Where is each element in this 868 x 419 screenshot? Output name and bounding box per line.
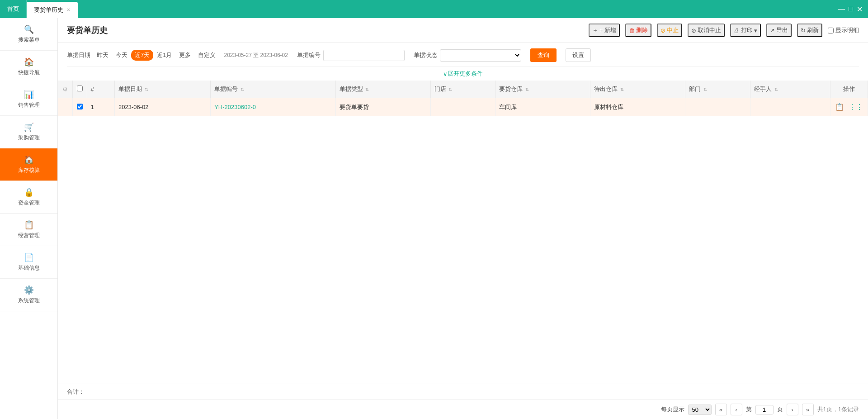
col-handler[interactable]: 经手人 ⇅ xyxy=(750,81,830,98)
filter-area: 单据日期 昨天 今天 近7天 近1月 更多 自定义 2023-05-27 至 2… xyxy=(58,43,868,81)
refresh-button[interactable]: ↻ 刷新 xyxy=(797,24,822,37)
row-action-buttons: 📋 ⋮⋮ xyxy=(834,102,864,112)
display-detail-toggle[interactable]: 显示明细 xyxy=(828,26,859,34)
maximize-icon[interactable]: □ xyxy=(849,5,853,13)
col-store[interactable]: 门店 ⇅ xyxy=(430,81,495,98)
col-doc-number[interactable]: 单据编号 ⇅ xyxy=(211,81,335,98)
sidebar-item-quick-nav-label: 快捷导航 xyxy=(18,69,40,76)
settings-button[interactable]: 设置 xyxy=(566,48,591,62)
row-doc-number[interactable]: YH-20230602-0 xyxy=(211,98,335,116)
new-label: + 新增 xyxy=(599,26,616,34)
row-edit-icon[interactable]: 📋 xyxy=(834,102,845,112)
next-page-button[interactable]: › xyxy=(787,404,798,415)
new-button[interactable]: ＋ + 新增 xyxy=(589,24,620,37)
minimize-icon[interactable]: — xyxy=(838,5,845,13)
date-btn-7days[interactable]: 近7天 xyxy=(131,50,153,61)
tab-bar: 首页 要货单历史 × xyxy=(0,0,78,18)
print-label: 打印 xyxy=(741,26,753,34)
tab-home[interactable]: 首页 xyxy=(0,0,27,18)
sort-department-icon: ⇅ xyxy=(703,87,707,92)
close-window-icon[interactable]: ✕ xyxy=(857,5,863,14)
sidebar: 🔍 搜索菜单 🏠 快捷导航 📊 销售管理 🛒 采购管理 🏠 库存核算 🔒 资金管… xyxy=(0,18,58,419)
stop-label: 中止 xyxy=(667,26,679,34)
sort-doc-number-icon: ⇅ xyxy=(241,87,244,92)
print-dropdown-icon: ▾ xyxy=(754,27,757,34)
sidebar-item-inventory-label: 库存核算 xyxy=(18,167,40,174)
col-doc-date[interactable]: 单据日期 ⇅ xyxy=(115,81,211,98)
col-pending-warehouse[interactable]: 待出仓库 ⇅ xyxy=(590,81,685,98)
export-button[interactable]: ↗ 导出 xyxy=(766,24,792,37)
page-info: 共1页，1条记录 xyxy=(817,405,859,414)
sidebar-item-operations[interactable]: 📋 经营管理 xyxy=(0,214,57,246)
page-size-select[interactable]: 50 10 20 100 xyxy=(688,405,712,415)
col-req-warehouse[interactable]: 要货仓库 ⇅ xyxy=(495,81,590,98)
sidebar-item-system[interactable]: ⚙️ 系统管理 xyxy=(0,279,57,311)
col-index: # xyxy=(87,81,115,98)
window-controls: — □ ✕ xyxy=(838,5,868,14)
date-filter-buttons: 昨天 今天 近7天 近1月 更多 自定义 xyxy=(93,50,219,61)
col-settings[interactable]: ⚙ xyxy=(58,81,72,98)
content-area: 要货单历史 ＋ + 新增 🗑 删除 ⊘ 中止 ⊘ 取消中止 xyxy=(58,18,868,419)
sidebar-item-basic-info[interactable]: 📄 基础信息 xyxy=(0,246,57,279)
row-more-icon[interactable]: ⋮⋮ xyxy=(848,102,864,112)
date-btn-custom[interactable]: 自定义 xyxy=(194,50,219,61)
tab-close-icon[interactable]: × xyxy=(67,7,70,13)
print-button[interactable]: 🖨 打印 ▾ xyxy=(730,24,761,37)
prev-page-button[interactable]: ‹ xyxy=(731,404,742,415)
cancel-stop-button[interactable]: ⊘ 取消中止 xyxy=(688,24,725,37)
main-layout: 🔍 搜索菜单 🏠 快捷导航 📊 销售管理 🛒 采购管理 🏠 库存核算 🔒 资金管… xyxy=(0,18,868,419)
date-btn-today[interactable]: 今天 xyxy=(112,50,131,61)
quick-nav-icon: 🏠 xyxy=(24,57,34,67)
pagination-bar: 每页显示 50 10 20 100 « ‹ 第 页 › » 共1页，1条记录 xyxy=(58,400,868,419)
row-checkbox[interactable] xyxy=(77,104,83,110)
operations-icon: 📋 xyxy=(24,220,34,230)
finance-icon: 🔒 xyxy=(24,187,34,197)
date-btn-more[interactable]: 更多 xyxy=(175,50,194,61)
sidebar-item-sales[interactable]: 📊 销售管理 xyxy=(0,83,57,116)
sort-req-warehouse-icon: ⇅ xyxy=(525,87,529,92)
doc-number-link[interactable]: YH-20230602-0 xyxy=(214,104,256,110)
sidebar-item-finance[interactable]: 🔒 资金管理 xyxy=(0,181,57,214)
doc-status-select[interactable] xyxy=(440,49,521,62)
sidebar-item-basic-info-label: 基础信息 xyxy=(18,264,40,272)
page-actions: ＋ + 新增 🗑 删除 ⊘ 中止 ⊘ 取消中止 🖨 打印 xyxy=(589,24,859,37)
table-wrapper: ⚙ # 单据日期 ⇅ 单据编号 ⇅ xyxy=(58,81,868,384)
display-detail-checkbox[interactable] xyxy=(828,28,834,33)
query-button[interactable]: 查询 xyxy=(530,48,557,62)
date-range-display: 2023-05-27 至 2023-06-02 xyxy=(224,52,288,59)
row-doc-type: 要货单要货 xyxy=(335,98,430,116)
tab-requisition-history[interactable]: 要货单历史 × xyxy=(27,2,78,18)
delete-icon: 🗑 xyxy=(629,27,635,34)
top-bar: 首页 要货单历史 × — □ ✕ xyxy=(0,0,868,18)
sidebar-item-quick-nav[interactable]: 🏠 快捷导航 xyxy=(0,51,57,83)
sales-icon: 📊 xyxy=(24,90,34,100)
select-all-checkbox[interactable] xyxy=(77,86,83,91)
stop-button[interactable]: ⊘ 中止 xyxy=(657,24,682,37)
row-req-warehouse: 车间库 xyxy=(495,98,590,116)
chevron-down-icon: ∨ xyxy=(443,71,448,77)
page-label-before: 第 xyxy=(746,405,752,414)
summary-label: 合计： xyxy=(67,388,85,396)
expand-more-btn[interactable]: ∨ 展开更多条件 xyxy=(67,67,859,81)
system-icon: ⚙️ xyxy=(24,285,34,295)
doc-number-input[interactable] xyxy=(323,50,405,61)
sidebar-item-sales-label: 销售管理 xyxy=(18,101,40,109)
sidebar-item-inventory[interactable]: 🏠 库存核算 xyxy=(0,148,57,181)
date-btn-1month[interactable]: 近1月 xyxy=(153,50,175,61)
sidebar-item-finance-label: 资金管理 xyxy=(18,199,40,207)
sidebar-item-search-menu[interactable]: 🔍 搜索菜单 xyxy=(0,18,57,51)
page-number-input[interactable] xyxy=(755,405,774,414)
col-doc-type[interactable]: 单据类型 ⇅ xyxy=(335,81,430,98)
col-department[interactable]: 部门 ⇅ xyxy=(685,81,750,98)
sidebar-item-purchase[interactable]: 🛒 采购管理 xyxy=(0,116,57,148)
date-btn-yesterday[interactable]: 昨天 xyxy=(93,50,112,61)
inventory-icon: 🏠 xyxy=(24,155,34,165)
last-page-button[interactable]: » xyxy=(802,404,814,415)
stop-icon: ⊘ xyxy=(660,27,665,34)
tab-home-label: 首页 xyxy=(7,5,19,13)
col-operation: 操作 xyxy=(830,81,868,98)
purchase-icon: 🛒 xyxy=(24,122,34,132)
first-page-button[interactable]: « xyxy=(715,404,727,415)
export-icon: ↗ xyxy=(770,27,775,34)
delete-button[interactable]: 🗑 删除 xyxy=(625,24,651,37)
